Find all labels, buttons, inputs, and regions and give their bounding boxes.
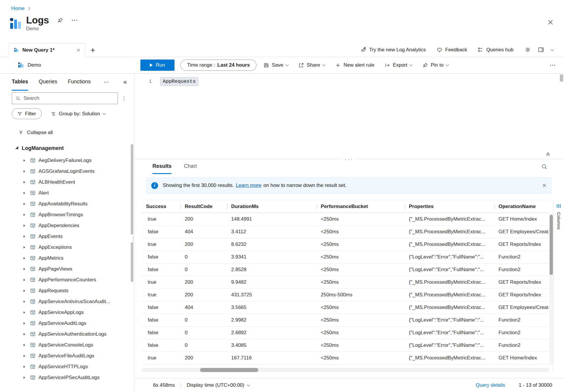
expand-chevron-icon[interactable] xyxy=(24,300,25,303)
time-range-picker[interactable]: Time range : Last 24 hours xyxy=(180,60,256,71)
expand-chevron-icon[interactable] xyxy=(24,181,25,183)
tree-item[interactable]: AppDependencies xyxy=(0,220,134,231)
filter-button[interactable]: Filter xyxy=(12,108,42,119)
collapse-sidebar-icon[interactable]: « xyxy=(123,78,127,86)
table-row[interactable]: true 200 431.3725 250ms-500ms {"_MS.Proc… xyxy=(142,289,549,301)
expand-chevron-icon[interactable] xyxy=(24,322,25,325)
tree-item[interactable]: AppPerformanceCounters xyxy=(0,274,134,285)
table-row[interactable]: false 404 3.5665 <250ms {"_MS.ProcessedB… xyxy=(142,301,549,314)
vertical-scrollbar-thumb[interactable] xyxy=(550,215,553,275)
tree-item[interactable]: AGSGrafanaLoginEvents xyxy=(0,166,134,177)
sidebar-scrollbar-thumb[interactable] xyxy=(131,144,133,282)
export-button[interactable]: Export xyxy=(381,62,415,68)
group-by-dropdown[interactable]: Group by: Solution xyxy=(51,111,105,117)
query-editor[interactable]: 1 AppRequests ··· xyxy=(134,74,564,159)
tree-item[interactable]: AppPageViews xyxy=(0,263,134,274)
expand-chevron-icon[interactable] xyxy=(24,214,25,216)
table-row[interactable]: false 0 2.8528 <250ms {"LogLevel":"Error… xyxy=(142,263,549,276)
expand-chevron-icon[interactable] xyxy=(24,246,25,249)
expand-chevron-icon[interactable] xyxy=(24,203,25,205)
column-header[interactable]: PerformanceBucket xyxy=(317,200,405,213)
tree-item[interactable]: AppServiceAuthenticationLogs xyxy=(0,329,134,339)
tree-item[interactable]: AppServiceAuditLogs xyxy=(0,318,134,329)
search-box[interactable] xyxy=(12,92,118,104)
expand-chevron-icon[interactable] xyxy=(24,257,25,259)
tab-new-query-1[interactable]: New Query 1* xyxy=(9,43,85,57)
tree-item[interactable]: AegDeliveryFailureLogs xyxy=(0,155,134,166)
column-header[interactable]: Properties xyxy=(405,200,494,213)
display-time-dropdown[interactable]: Display time (UTC+00:00) xyxy=(187,382,250,388)
tree-item[interactable]: AppServiceIPSecAuditLogs xyxy=(0,372,134,383)
table-row[interactable]: false 0 3.9341 <250ms {"LogLevel":"Error… xyxy=(142,251,549,263)
chevron-down-icon[interactable] xyxy=(550,48,554,51)
tree-item[interactable]: AppEvents xyxy=(0,231,134,242)
expand-chevron-icon[interactable] xyxy=(24,376,25,379)
expand-chevron-icon[interactable] xyxy=(24,235,25,238)
tree-item[interactable]: AppServiceAppLogs xyxy=(0,307,134,318)
sidebar-resize-grip[interactable]: ⋮ xyxy=(130,234,136,242)
collapse-editor-icon[interactable] xyxy=(545,152,550,157)
learn-more-link[interactable]: Learn more xyxy=(236,183,261,188)
run-button[interactable]: Run xyxy=(140,60,174,71)
command-bar-more-icon[interactable]: ⋯ xyxy=(550,64,556,66)
tree-item[interactable]: Alert xyxy=(0,187,134,198)
tab-functions[interactable]: Functions xyxy=(68,74,91,91)
table-row[interactable]: false 0 2.6892 <250ms {"LogLevel":"Error… xyxy=(142,327,549,339)
expand-chevron-icon[interactable] xyxy=(24,290,25,292)
column-header[interactable]: OperationName xyxy=(494,200,549,213)
settings-gear-icon[interactable] xyxy=(525,47,531,53)
search-more-icon[interactable]: ⋮ xyxy=(121,95,127,102)
tree-item[interactable]: AppAvailabilityResults xyxy=(0,198,134,209)
tree-item[interactable]: AppExceptions xyxy=(0,242,134,253)
columns-panel-toggle[interactable]: Columns xyxy=(553,200,564,372)
tab-queries[interactable]: Queries xyxy=(39,74,57,91)
table-row[interactable]: false 0 2.9982 <250ms {"LogLevel":"Error… xyxy=(142,314,549,327)
try-new-log-analytics-button[interactable]: Try the new Log Analytics xyxy=(360,47,426,53)
close-blade-icon[interactable] xyxy=(548,19,553,25)
pin-blade-icon[interactable] xyxy=(57,17,63,23)
tab-results[interactable]: Results xyxy=(152,159,172,174)
tab-chart[interactable]: Chart xyxy=(184,159,197,174)
queries-hub-button[interactable]: Queries hub xyxy=(478,47,513,53)
expand-chevron-icon[interactable] xyxy=(24,344,25,346)
expand-chevron-icon[interactable] xyxy=(24,311,25,314)
expand-chevron-icon[interactable] xyxy=(24,224,25,227)
table-row[interactable]: true 200 9.9482 <250ms {"_MS.ProcessedBy… xyxy=(142,276,549,289)
horizontal-scrollbar-thumb[interactable] xyxy=(200,368,258,372)
editor-scrollbar-thumb[interactable] xyxy=(560,75,563,82)
expand-chevron-icon[interactable] xyxy=(24,159,25,162)
expand-chevron-icon[interactable] xyxy=(24,366,25,368)
feedback-button[interactable]: Feedback xyxy=(437,47,467,53)
tree-item[interactable]: AppServiceAntivirusScanAudit... xyxy=(0,296,134,307)
tree-item[interactable]: AppServiceConsoleLogs xyxy=(0,339,134,350)
table-row[interactable]: false 0 3.4085 <250ms {"LogLevel":"Error… xyxy=(142,339,549,352)
expand-chevron-icon[interactable] xyxy=(24,268,25,270)
table-row[interactable]: true 200 167.7116 <250ms {"_MS.Processed… xyxy=(142,352,549,364)
side-panel-icon[interactable] xyxy=(538,47,544,53)
expand-chevron-icon[interactable] xyxy=(24,170,25,173)
expand-chevron-icon[interactable] xyxy=(24,192,25,194)
tree-item[interactable]: AppMetrics xyxy=(0,253,134,263)
blade-more-icon[interactable]: ⋯ xyxy=(71,19,78,22)
tab-tables[interactable]: Tables xyxy=(12,74,28,91)
column-header[interactable]: ResultCode xyxy=(181,200,227,213)
save-button[interactable]: Save xyxy=(260,62,291,68)
query-details-link[interactable]: Query details xyxy=(476,382,505,388)
splitter-handle[interactable]: ··· xyxy=(342,157,357,161)
sidebar-tabs-more-icon[interactable]: ⋯ xyxy=(104,79,109,85)
expand-chevron-icon[interactable] xyxy=(24,333,25,335)
tree-item[interactable]: AppRequests xyxy=(0,285,134,296)
results-search-icon[interactable] xyxy=(541,164,548,170)
new-tab-icon[interactable]: + xyxy=(90,47,95,53)
banner-close-icon[interactable] xyxy=(542,183,546,187)
tree-item[interactable]: ALBHealthEvent xyxy=(0,177,134,187)
column-header[interactable]: DurationMs xyxy=(227,200,317,213)
new-alert-rule-button[interactable]: New alert rule xyxy=(332,62,377,68)
tree-group-logmanagement[interactable]: LogManagement xyxy=(0,143,134,153)
vertical-scrollbar[interactable] xyxy=(549,213,553,364)
table-row[interactable]: true 200 8.6232 <250ms {"_MS.ProcessedBy… xyxy=(142,238,549,251)
tab-close-icon[interactable] xyxy=(77,48,80,52)
expand-chevron-icon[interactable] xyxy=(24,279,25,281)
breadcrumb-home-link[interactable]: Home xyxy=(11,6,24,11)
pin-to-button[interactable]: Pin to xyxy=(419,62,451,68)
